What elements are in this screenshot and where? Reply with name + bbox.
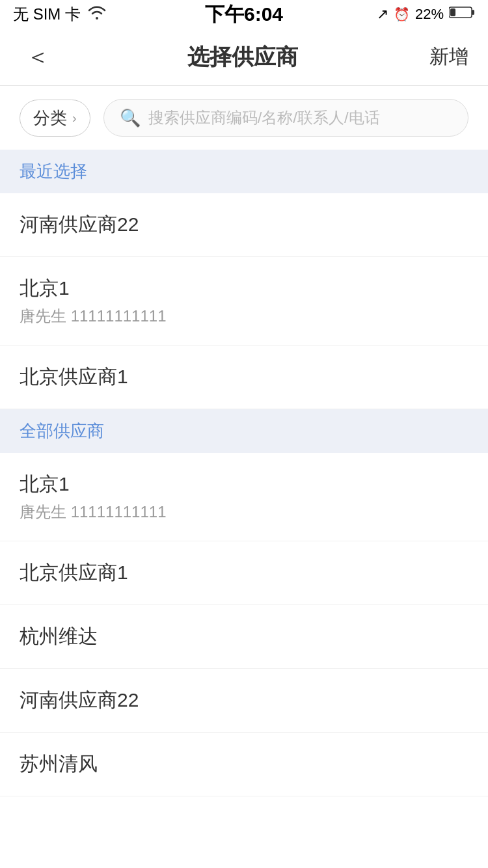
recent-items-list: 河南供应商22北京1唐先生 11111111111北京供应商1 xyxy=(0,193,488,409)
nav-bar: ＜ 选择供应商 新增 xyxy=(0,29,488,86)
all-list-item[interactable]: 杭州维达 xyxy=(0,605,488,669)
item-name: 北京1 xyxy=(20,471,468,498)
category-label: 分类 xyxy=(33,107,67,129)
search-placeholder: 搜索供应商编码/名称/联系人/电话 xyxy=(148,107,380,128)
chevron-right-icon: › xyxy=(72,111,77,126)
recent-section-header: 最近选择 xyxy=(0,150,488,193)
all-list-item[interactable]: 苏州清风 xyxy=(0,733,488,796)
carrier-text: 无 SIM 卡 xyxy=(13,4,81,25)
battery-text: 22% xyxy=(415,6,444,23)
add-button[interactable]: 新增 xyxy=(429,44,468,70)
all-items-list: 北京1唐先生 11111111111北京供应商1杭州维达河南供应商22苏州清风 xyxy=(0,453,488,796)
item-name: 河南供应商22 xyxy=(20,687,468,714)
svg-rect-2 xyxy=(450,8,455,16)
recent-list-item[interactable]: 河南供应商22 xyxy=(0,193,488,257)
status-right: ↗ ⏰ 22% xyxy=(377,6,475,23)
all-list-item[interactable]: 北京1唐先生 11111111111 xyxy=(0,453,488,541)
status-left: 无 SIM 卡 xyxy=(13,4,107,25)
back-button[interactable]: ＜ xyxy=(20,34,56,79)
recent-section-label: 最近选择 xyxy=(20,161,87,181)
filter-bar: 分类 › 🔍 搜索供应商编码/名称/联系人/电话 xyxy=(0,86,488,150)
search-icon: 🔍 xyxy=(120,108,141,128)
item-name: 杭州维达 xyxy=(20,623,468,650)
status-time: 下午6:04 xyxy=(205,1,283,28)
all-list-item[interactable]: 北京供应商1 xyxy=(0,541,488,605)
item-name: 北京1 xyxy=(20,275,468,302)
location-icon: ↗ xyxy=(377,6,388,23)
item-name: 河南供应商22 xyxy=(20,211,468,238)
item-name: 苏州清风 xyxy=(20,751,468,778)
item-name: 北京供应商1 xyxy=(20,364,468,390)
page-title: 选择供应商 xyxy=(187,42,298,72)
battery-icon xyxy=(449,6,475,23)
all-section-label: 全部供应商 xyxy=(20,421,104,441)
all-list-item[interactable]: 河南供应商22 xyxy=(0,669,488,733)
svg-rect-1 xyxy=(472,10,474,15)
item-detail: 唐先生 11111111111 xyxy=(20,306,468,327)
item-name: 北京供应商1 xyxy=(20,560,468,586)
wifi-icon xyxy=(87,5,107,23)
status-bar: 无 SIM 卡 下午6:04 ↗ ⏰ 22% xyxy=(0,0,488,29)
alarm-icon: ⏰ xyxy=(394,7,410,22)
category-button[interactable]: 分类 › xyxy=(20,100,90,137)
recent-list-item[interactable]: 北京供应商1 xyxy=(0,346,488,409)
all-section-header: 全部供应商 xyxy=(0,409,488,453)
search-box[interactable]: 🔍 搜索供应商编码/名称/联系人/电话 xyxy=(103,99,468,137)
item-detail: 唐先生 11111111111 xyxy=(20,502,468,522)
recent-list-item[interactable]: 北京1唐先生 11111111111 xyxy=(0,257,488,346)
